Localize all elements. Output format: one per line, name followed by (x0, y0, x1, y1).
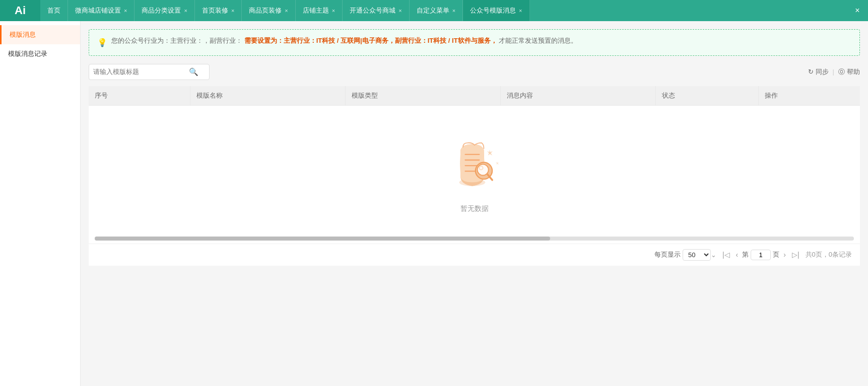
search-bar: 🔍 ↻ 同步 | ⓪ 帮助 (89, 64, 860, 80)
logo: Ai (0, 0, 40, 21)
next-page-button[interactable]: › (781, 250, 788, 260)
tab-close-menu[interactable]: × (452, 8, 455, 14)
sidebar: 模版消息模版消息记录 (0, 21, 81, 386)
last-page-button[interactable]: ▷| (790, 250, 802, 260)
tab-home[interactable]: 首页 (40, 0, 68, 21)
sidebar-item-template-record[interactable]: 模版消息记录 (0, 44, 80, 63)
top-nav: Ai 首页微商城店铺设置×商品分类设置×首页装修×商品页装修×店铺主题×开通公众… (0, 0, 868, 21)
tab-close-productpage[interactable]: × (285, 8, 288, 14)
col-header-action: 操作 (758, 86, 860, 106)
page-navigation: |◁ ‹ 第 页 › ▷| (720, 250, 802, 260)
content-area: 💡 您的公众号行业为：主营行业：，副营行业： 需要设置为：主营行业：IT科技 /… (81, 21, 868, 386)
tab-menu[interactable]: 自定义菜单× (410, 0, 463, 21)
nav-tabs: 首页微商城店铺设置×商品分类设置×首页装修×商品页装修×店铺主题×开通公众号商城… (40, 0, 847, 21)
empty-state: 暂无数据 (89, 106, 860, 234)
prev-page-button[interactable]: ‹ (734, 250, 741, 260)
sync-button[interactable]: ↻ 同步 (808, 67, 829, 76)
tab-close-weshop[interactable]: × (124, 8, 127, 14)
col-header-name: 模版名称 (190, 86, 346, 106)
notice-box: 💡 您的公众号行业为：主营行业：，副营行业： 需要设置为：主营行业：IT科技 /… (89, 29, 860, 56)
main-layout: 模版消息模版消息记录 💡 您的公众号行业为：主营行业：，副营行业： 需要设置为：… (0, 21, 868, 386)
sync-icon: ↻ (808, 68, 814, 75)
tab-mall[interactable]: 开通公众号商城× (343, 0, 409, 21)
empty-state-row: 暂无数据 (89, 105, 860, 234)
bulb-icon: 💡 (97, 36, 107, 49)
search-input[interactable] (93, 68, 189, 75)
chevron-down-icon: ⌄ (711, 251, 716, 259)
scrollbar-area (89, 234, 860, 244)
data-table: 序号模版名称模版类型消息内容状态操作 (89, 86, 860, 234)
first-page-button[interactable]: |◁ (720, 250, 732, 260)
tab-template[interactable]: 公众号模版消息× (463, 0, 529, 21)
page-number-input[interactable] (751, 250, 771, 260)
search-input-wrap: 🔍 (89, 64, 210, 80)
tab-close-theme[interactable]: × (332, 8, 335, 14)
tab-close-mall[interactable]: × (398, 8, 402, 14)
toolbar-right: ↻ 同步 | ⓪ 帮助 (808, 67, 860, 76)
tab-close-template[interactable]: × (519, 8, 522, 14)
tab-theme[interactable]: 店铺主题× (296, 0, 343, 21)
col-header-content: 消息内容 (500, 86, 655, 106)
empty-text: 暂无数据 (460, 204, 489, 213)
col-header-type: 模版类型 (346, 86, 501, 106)
table-header-row: 序号模版名称模版类型消息内容状态操作 (89, 86, 860, 106)
table-container: 序号模版名称模版类型消息内容状态操作 (89, 86, 860, 234)
per-page-dropdown[interactable]: 102050100 (683, 249, 711, 261)
svg-point-6 (477, 164, 488, 175)
tab-weshop[interactable]: 微商城店铺设置× (68, 0, 135, 21)
scrollbar-thumb (95, 237, 550, 241)
notice-text: 您的公众号行业为：主营行业：，副营行业： 需要设置为：主营行业：IT科技 / 互… (111, 36, 577, 46)
tab-homepage[interactable]: 首页装修× (195, 0, 242, 21)
tab-close-category[interactable]: × (184, 8, 187, 14)
help-icon: ⓪ (838, 67, 845, 76)
search-icon[interactable]: 🔍 (189, 67, 198, 76)
col-header-status: 状态 (655, 86, 758, 106)
global-close-button[interactable]: × (847, 6, 868, 15)
total-text: 共0页，0条记录 (806, 250, 852, 259)
col-header-index: 序号 (89, 86, 190, 106)
per-page-select: 每页显示 102050100 ⌄ (654, 249, 716, 261)
tab-productpage[interactable]: 商品页装修× (242, 0, 295, 21)
pagination: 每页显示 102050100 ⌄ |◁ ‹ 第 页 › ▷| 共0页，0条记录 (89, 244, 860, 266)
help-button[interactable]: ⓪ 帮助 (838, 67, 860, 76)
empty-illustration (444, 136, 505, 196)
sidebar-item-template-msg[interactable]: 模版消息 (0, 25, 80, 44)
tab-category[interactable]: 商品分类设置× (135, 0, 194, 21)
fake-scrollbar[interactable] (95, 237, 854, 241)
tab-close-homepage[interactable]: × (231, 8, 234, 14)
